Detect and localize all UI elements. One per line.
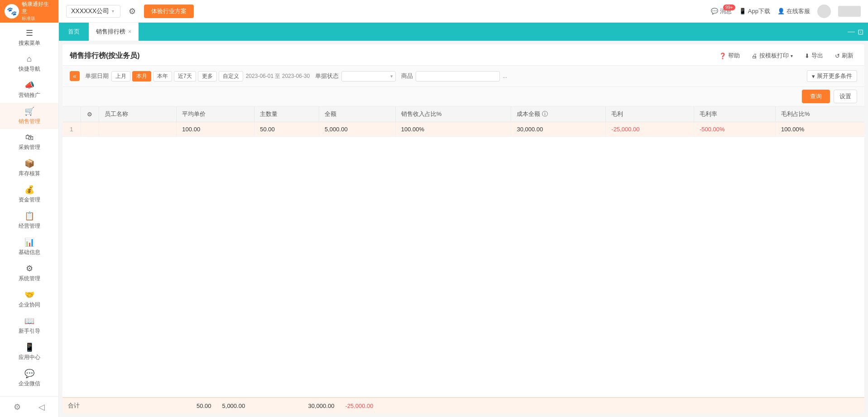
sidebar-item-finance[interactable]: 💰 资金管理	[0, 181, 58, 207]
filter-bar: « 单据日期 上月 本月 本年 近7天 更多 自定义 2023-06-01 至 …	[62, 66, 864, 87]
date-prev-month-button[interactable]: 上月	[111, 71, 130, 81]
status-select[interactable]	[341, 71, 396, 81]
date-current-month-button[interactable]: 本月	[132, 71, 151, 81]
cell-name	[99, 122, 177, 137]
sidebar: 🐾 畅康通好生意 标准版 ☰ 搜索菜单 ⌂ 快捷导航 📣 营销推广 🛒 销售管理…	[0, 0, 59, 417]
cell-index: 1	[62, 122, 81, 137]
table-header: ⚙ 员工名称 平均单价 主数量 全额 销售收入占比% 成本全额 ⓘ 毛利 毛利率…	[62, 106, 864, 122]
sales-icon: 🛒	[24, 106, 34, 116]
sidebar-item-vip[interactable]: V 畅会员	[0, 391, 58, 396]
sidebar-item-label: 资金管理	[19, 196, 40, 204]
sidebar-item-app-center[interactable]: 📱 应用中心	[0, 339, 58, 365]
company-selector[interactable]: XXXXXX公司 ▾	[66, 5, 120, 18]
export-button[interactable]: ⬇ 导出	[801, 50, 827, 62]
trial-button[interactable]: 体验行业方案	[144, 5, 194, 18]
purchase-icon: 🛍	[25, 133, 34, 142]
sidebar-item-label: 采购管理	[19, 144, 40, 151]
table-body: 1 100.00 50.00 5,000.00 100.00% 30,000.0…	[62, 122, 864, 137]
sidebar-item-inventory[interactable]: 📦 库存核算	[0, 155, 58, 181]
date-custom-button[interactable]: 自定义	[219, 71, 243, 81]
refresh-button[interactable]: ↺ 刷新	[831, 50, 857, 62]
th-sales-pct: 销售收入占比%	[395, 106, 511, 122]
header-row: ⚙ 员工名称 平均单价 主数量 全额 销售收入占比% 成本全额 ⓘ 毛利 毛利率…	[62, 106, 864, 122]
cell-profit-pct: 100.00%	[775, 122, 864, 137]
help-button[interactable]: ❓ 帮助	[715, 50, 743, 62]
th-cost: 成本全额 ⓘ	[511, 106, 606, 122]
export-icon: ⬇	[805, 53, 810, 59]
sidebar-item-label: 营销推广	[19, 91, 40, 99]
settings-small-button[interactable]: 设置	[834, 90, 857, 103]
tab-minimize-icon[interactable]: —	[848, 28, 855, 36]
expand-icon: ▾	[812, 73, 815, 80]
settings-bottom-icon[interactable]: ⚙	[14, 402, 21, 412]
tab-sales-ranking[interactable]: 销售排行榜 ×	[89, 23, 139, 41]
date-filter-group: 单据日期 上月 本月 本年 近7天 更多 自定义 2023-06-01 至 20…	[85, 71, 310, 81]
refresh-icon: ↺	[835, 53, 840, 59]
gear-icon: ⚙	[129, 6, 136, 16]
sidebar-item-label: 企业微信	[19, 380, 40, 388]
th-avg-price: 平均单价	[177, 106, 254, 122]
cell-amount: 5,000.00	[319, 122, 396, 137]
message-badge: 99+	[723, 5, 735, 10]
sidebar-item-quick-nav[interactable]: ⌂ 快捷导航	[0, 51, 58, 77]
expand-label: 展开更多条件	[817, 72, 852, 80]
query-button[interactable]: 查询	[802, 90, 830, 103]
main-area: XXXXXX公司 ▾ ⚙ 体验行业方案 💬 消息 99+ 📱 App下载 👤 在…	[59, 0, 868, 417]
finance-icon: 💰	[24, 185, 34, 195]
more-filter-icon[interactable]: ...	[503, 73, 507, 79]
th-profit: 毛利	[606, 106, 694, 122]
sidebar-item-operations[interactable]: 📋 经营管理	[0, 207, 58, 234]
date-more-button[interactable]: 更多	[198, 71, 217, 81]
service-icon: 👤	[777, 8, 785, 14]
expand-conditions-button[interactable]: ▾ 展开更多条件	[807, 70, 857, 82]
sidebar-item-purchase[interactable]: 🛍 采购管理	[0, 129, 58, 155]
collab-icon: 🤝	[24, 290, 34, 300]
sidebar-item-marketing[interactable]: 📣 营销推广	[0, 77, 58, 103]
status-filter-group: 单据状态	[315, 71, 396, 81]
sidebar-item-sales[interactable]: 🛒 销售管理	[0, 103, 58, 129]
date-7days-button[interactable]: 近7天	[174, 71, 196, 81]
footer-qty: 50.00	[191, 403, 217, 409]
cell-profit: -25,000.00	[606, 122, 694, 137]
goods-input[interactable]	[416, 71, 500, 81]
tab-home[interactable]: 首页	[59, 23, 89, 41]
tab-close-icon[interactable]: ×	[128, 29, 131, 35]
topbar-settings-button[interactable]: ⚙	[125, 4, 139, 19]
logo-icon: 🐾	[5, 4, 19, 19]
sidebar-item-basic-info[interactable]: 📊 基础信息	[0, 234, 58, 260]
tabbar: 首页 销售排行榜 × — ⊡	[59, 23, 868, 41]
tab-restore-icon[interactable]: ⊡	[858, 28, 863, 36]
cell-avg-price: 100.00	[177, 122, 254, 137]
filter-collapse-button[interactable]: «	[70, 71, 80, 81]
sidebar-item-wechat[interactable]: 💬 企业微信	[0, 365, 58, 391]
sidebar-item-label: 快捷导航	[19, 65, 40, 73]
online-service-label: 在线客服	[786, 7, 810, 15]
print-button[interactable]: 🖨 按模板打印 ▾	[748, 50, 796, 62]
column-settings-icon[interactable]: ⚙	[87, 111, 92, 118]
th-name: 员工名称	[99, 106, 177, 122]
basic-info-icon: 📊	[24, 237, 34, 247]
app-download-label: App下载	[748, 7, 770, 15]
collapse-sidebar-icon[interactable]: ◁	[38, 402, 45, 412]
print-dropdown-icon: ▾	[791, 53, 793, 58]
data-table: ⚙ 员工名称 平均单价 主数量 全额 销售收入占比% 成本全额 ⓘ 毛利 毛利率…	[62, 106, 864, 137]
message-button[interactable]: 💬 消息 99+	[711, 7, 732, 15]
sidebar-item-search[interactable]: ☰ 搜索菜单	[0, 24, 58, 51]
company-dropdown-icon: ▾	[112, 9, 114, 14]
operations-icon: 📋	[24, 211, 34, 221]
th-index	[62, 106, 81, 122]
sidebar-item-enterprise-collab[interactable]: 🤝 企业协同	[0, 286, 58, 312]
search-menu-icon: ☰	[26, 28, 33, 38]
online-service-button[interactable]: 👤 在线客服	[777, 7, 810, 15]
inventory-icon: 📦	[24, 158, 34, 168]
footer-total-label: 合计	[68, 402, 91, 410]
app-download-button[interactable]: 📱 App下载	[739, 7, 770, 15]
date-year-button[interactable]: 本年	[153, 71, 172, 81]
sidebar-item-tutorial[interactable]: 📖 新手引导	[0, 312, 58, 339]
sidebar-item-system[interactable]: ⚙ 系统管理	[0, 260, 58, 286]
status-select-wrap	[341, 71, 396, 81]
date-filter-label: 单据日期	[85, 72, 109, 80]
download-icon: 📱	[739, 8, 746, 14]
user-avatar[interactable]	[817, 5, 831, 18]
sidebar-item-label: 系统管理	[19, 275, 40, 283]
